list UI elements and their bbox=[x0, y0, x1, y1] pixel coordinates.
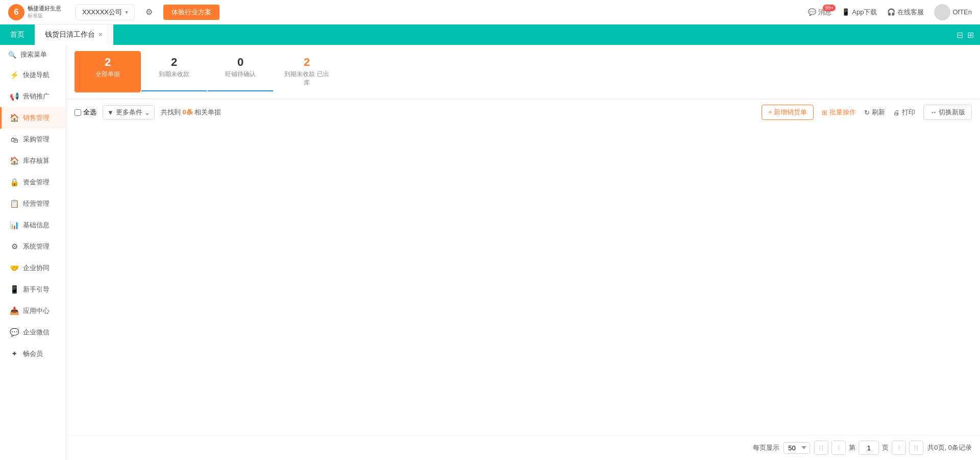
stats-tab-pending-label: 旺铺待确认 bbox=[216, 70, 265, 79]
page-prev-btn[interactable]: ⟨ bbox=[831, 441, 846, 455]
page-suffix: 页 bbox=[882, 443, 889, 452]
select-all-checkbox[interactable] bbox=[75, 109, 81, 116]
finance-icon: 🔒 bbox=[10, 178, 19, 187]
batch-ops-btn[interactable]: ⊞ 批量操作 bbox=[822, 108, 856, 117]
refresh-btn[interactable]: ↻ 刷新 bbox=[864, 108, 885, 117]
tab-workbench-label: 钱货日清工作台 bbox=[45, 30, 95, 39]
logo-text: 畅捷通好生意 bbox=[28, 5, 61, 12]
stats-tab-overdue-count: 2 bbox=[150, 56, 199, 69]
stats-tab-overdue-label: 到期未收款 bbox=[150, 70, 199, 79]
page-last-btn[interactable]: ⟩⟩ bbox=[909, 441, 923, 455]
table-area bbox=[66, 125, 980, 435]
sidebar-item-operation-label: 经营管理 bbox=[23, 199, 50, 208]
app-download-label: App下载 bbox=[852, 8, 877, 17]
sidebar-item-purchase[interactable]: 🛍 采购管理 bbox=[0, 129, 66, 150]
sidebar-item-purchase-label: 采购管理 bbox=[23, 135, 50, 144]
select-all-label: 全选 bbox=[83, 108, 96, 117]
sidebar-item-basic-info[interactable]: 📊 基础信息 bbox=[0, 214, 66, 236]
sidebar-item-guide-label: 新手引导 bbox=[23, 285, 50, 294]
sidebar-item-app-center[interactable]: 📥 应用中心 bbox=[0, 300, 66, 322]
sidebar-item-wechat[interactable]: 💬 企业微信 bbox=[0, 322, 66, 343]
sidebar-item-member-label: 畅会员 bbox=[23, 349, 43, 358]
toolbar: 全选 ▼ 更多条件 ⌄ 共找到 0条 相关单据 + 新增销货单 ⊞ 批量操作 bbox=[66, 99, 980, 125]
print-icon: 🖨 bbox=[893, 109, 900, 116]
sidebar-item-sales-label: 销售管理 bbox=[23, 113, 50, 123]
stats-tab-pending[interactable]: 0 旺铺待确认 bbox=[207, 51, 274, 92]
tab-underline2 bbox=[208, 90, 273, 91]
stats-tab-overdue-out[interactable]: 2 到期未收款 已出库 bbox=[274, 51, 340, 92]
stats-tabs: 2 全部单据 2 到期未收款 0 旺铺待确认 2 到期未收款 已出库 bbox=[66, 45, 980, 99]
app-download-btn[interactable]: 📱 App下载 bbox=[842, 8, 877, 17]
top-bar-right: 💬 消息 99+ 📱 App下载 🎧 在线客服 OfTEn bbox=[808, 4, 972, 20]
page-first-btn[interactable]: ⟨⟨ bbox=[814, 441, 828, 455]
company-selector[interactable]: XXXXXX公司 ▾ bbox=[76, 4, 135, 20]
search-menu-label: 搜索菜单 bbox=[20, 50, 47, 59]
new-sale-btn[interactable]: + 新增销货单 bbox=[762, 105, 814, 120]
sidebar-item-inventory-label: 库存核算 bbox=[23, 156, 50, 165]
basic-info-icon: 📊 bbox=[10, 221, 19, 230]
wechat-icon: 💬 bbox=[10, 328, 19, 337]
sidebar-item-quick-nav[interactable]: ⚡ 快捷导航 bbox=[0, 64, 66, 86]
message-btn[interactable]: 💬 消息 99+ bbox=[808, 8, 831, 17]
chevron-down-icon: ▾ bbox=[125, 9, 128, 16]
sidebar-item-marketing-label: 营销推广 bbox=[23, 92, 50, 101]
message-icon: 💬 bbox=[808, 8, 816, 16]
tab-home-label: 首页 bbox=[10, 30, 24, 39]
page-next-btn[interactable]: ⟩ bbox=[892, 441, 906, 455]
sidebar-item-finance-label: 资金管理 bbox=[23, 178, 50, 187]
tab-close-icon[interactable]: ✕ bbox=[98, 31, 103, 38]
sidebar-item-operation[interactable]: 📋 经营管理 bbox=[0, 193, 66, 214]
sidebar-item-marketing[interactable]: 📢 营销推广 bbox=[0, 86, 66, 107]
phone-icon: 📱 bbox=[842, 8, 850, 16]
logo-tag: 标准版 bbox=[28, 12, 61, 19]
sidebar-item-sales[interactable]: 🏠 销售管理 bbox=[0, 107, 66, 129]
filter-icon: ▼ bbox=[107, 109, 114, 116]
operation-icon: 📋 bbox=[10, 199, 19, 208]
guide-icon: 📱 bbox=[10, 285, 19, 294]
batch-ops-icon: ⊞ bbox=[822, 109, 827, 116]
sidebar-item-cooperation[interactable]: 🤝 企业协同 bbox=[0, 257, 66, 279]
logo-text-area: 畅捷通好生意 标准版 bbox=[28, 5, 61, 19]
page-size-select[interactable]: 20 50 100 bbox=[783, 442, 810, 454]
tab-expand-icon[interactable]: ⊞ bbox=[967, 30, 974, 40]
sidebar-item-basic-info-label: 基础信息 bbox=[23, 221, 50, 230]
select-all-area[interactable]: 全选 bbox=[75, 108, 96, 117]
stats-tab-overdue-out-count: 2 bbox=[282, 56, 331, 69]
stats-tab-all[interactable]: 2 全部单据 bbox=[75, 51, 141, 92]
settings-button[interactable]: ⚙ bbox=[141, 4, 157, 20]
tab-bar-actions: ⊟ ⊞ bbox=[957, 30, 980, 40]
tab-home[interactable]: 首页 bbox=[0, 25, 35, 45]
stats-tab-overdue[interactable]: 2 到期未收款 bbox=[141, 51, 207, 92]
tab-minimize-icon[interactable]: ⊟ bbox=[957, 30, 963, 40]
print-label: 打印 bbox=[902, 108, 915, 117]
sidebar-item-system[interactable]: ⚙ 系统管理 bbox=[0, 236, 66, 257]
sales-icon: 🏠 bbox=[10, 113, 19, 123]
found-count: 0条 bbox=[183, 108, 193, 116]
sidebar-item-system-label: 系统管理 bbox=[23, 242, 50, 251]
filter-btn[interactable]: ▼ 更多条件 ⌄ bbox=[103, 105, 155, 119]
sidebar-item-finance[interactable]: 🔒 资金管理 bbox=[0, 172, 66, 193]
cooperation-icon: 🤝 bbox=[10, 263, 19, 273]
sidebar-item-inventory[interactable]: 🏠 库存核算 bbox=[0, 150, 66, 172]
sidebar-search[interactable]: 🔍 搜索菜单 bbox=[0, 45, 66, 64]
page-nav: ⟨⟨ ⟨ 第 页 ⟩ ⟩⟩ bbox=[814, 441, 923, 455]
search-icon: 🔍 bbox=[8, 51, 16, 59]
sidebar: 🔍 搜索菜单 ⚡ 快捷导航 📢 营销推广 🏠 销售管理 🛍 采购管理 🏠 库存核… bbox=[0, 45, 66, 460]
online-service-btn[interactable]: 🎧 在线客服 bbox=[887, 8, 924, 17]
sidebar-item-guide[interactable]: 📱 新手引导 bbox=[0, 279, 66, 300]
sidebar-item-member[interactable]: ✦ 畅会员 bbox=[0, 343, 66, 365]
marketing-icon: 📢 bbox=[10, 92, 19, 101]
experience-btn[interactable]: 体验行业方案 bbox=[163, 5, 219, 20]
top-bar: 6 畅捷通好生意 标准版 XXXXXX公司 ▾ ⚙ 体验行业方案 💬 消息 99… bbox=[0, 0, 980, 25]
user-area[interactable]: OfTEn bbox=[934, 4, 972, 20]
print-btn[interactable]: 🖨 打印 bbox=[893, 108, 915, 117]
page-input[interactable] bbox=[859, 441, 879, 455]
filter-arrow-icon: ⌄ bbox=[144, 109, 150, 116]
tab-workbench[interactable]: 钱货日清工作台 ✕ bbox=[35, 25, 113, 45]
content-area: 2 全部单据 2 到期未收款 0 旺铺待确认 2 到期未收款 已出库 bbox=[66, 45, 980, 460]
switch-version-btn[interactable]: ↔ 切换新版 bbox=[923, 105, 972, 120]
quick-nav-icon: ⚡ bbox=[10, 70, 19, 80]
found-suffix: 相关单据 bbox=[194, 108, 221, 116]
username: OfTEn bbox=[952, 8, 972, 16]
stats-tab-all-count: 2 bbox=[83, 56, 132, 69]
